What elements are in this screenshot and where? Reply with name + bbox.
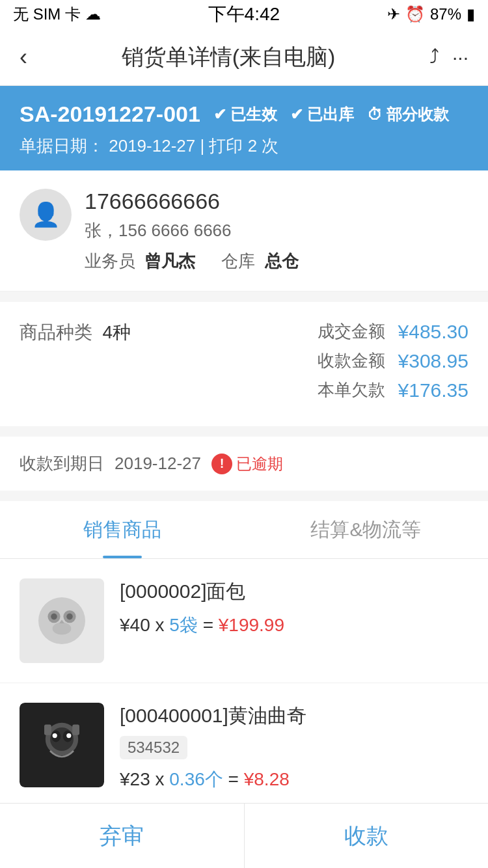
table-row: [0000002]面包 ¥40 x 5袋 = ¥199.99 <box>0 559 488 683</box>
product-name-2: [000400001]黄油曲奇 <box>120 703 468 729</box>
due-label: 收款到期日 <box>20 452 104 475</box>
status-time: 下午4:42 <box>208 2 280 27</box>
product-name-1: [0000002]面包 <box>120 578 468 605</box>
warehouse-label: 仓库 总仓 <box>221 250 298 273</box>
table-row: [000400001]黄油曲奇 534532 ¥23 x 0.36个 = ¥8.… <box>0 683 488 812</box>
received-row: 收款金额 ¥308.95 <box>318 349 468 372</box>
customer-phone: 17666666666 <box>85 189 468 214</box>
status-partial: ⏱ 部分收款 <box>367 104 449 125</box>
product-image-2 <box>20 703 104 787</box>
nav-bar: ‹ 销货单详情(来自电脑) ⤴ ··· <box>0 29 488 86</box>
svg-rect-13 <box>44 725 51 735</box>
customer-info: 17666666666 张，156 6666 6666 业务员 曾凡杰 仓库 总… <box>85 189 468 273</box>
product-info-1: [0000002]面包 ¥40 x 5袋 = ¥199.99 <box>120 578 468 638</box>
svg-point-12 <box>66 733 71 738</box>
product-thumbnail-1 <box>20 578 104 663</box>
location-icon: ✈ <box>387 5 400 23</box>
tab-sales-products[interactable]: 销售商品 <box>0 501 244 558</box>
customer-section: 👤 17666666666 张，156 6666 6666 业务员 曾凡杰 仓库… <box>0 170 488 292</box>
price-unit-1: ¥40 <box>120 615 150 635</box>
check-icon-1: ✔ <box>213 105 226 124</box>
customer-name: 张，156 6666 6666 <box>85 219 468 242</box>
product-thumbnail-2 <box>20 703 104 787</box>
product-sku-2: 534532 <box>120 736 187 759</box>
total-2: ¥8.28 <box>244 769 290 789</box>
alarm-icon: ⏰ <box>405 5 425 23</box>
owl-icon <box>36 595 88 647</box>
owed-row: 本单欠款 ¥176.35 <box>318 379 468 401</box>
multiply-icon-1: x <box>156 615 170 635</box>
status-right: ✈ ⏰ 87% ▮ <box>387 5 475 23</box>
nav-actions: ⤴ ··· <box>429 46 468 68</box>
avatar-icon: 👤 <box>31 201 61 228</box>
customer-meta: 业务员 曾凡杰 仓库 总仓 <box>85 250 468 273</box>
bottom-bar: 弃审 收款 <box>0 803 488 868</box>
order-id: SA-20191227-001 <box>20 102 200 127</box>
amount-row: 成交金额 ¥485.30 <box>318 320 468 343</box>
qty-1: 5袋 <box>169 615 198 635</box>
header-date: 单据日期： 2019-12-27 | 打印 2 次 <box>20 135 468 157</box>
multiply-icon-2: x <box>156 769 170 789</box>
equals-2: = <box>228 769 244 789</box>
clock-icon: ⏱ <box>367 105 383 124</box>
svg-point-4 <box>66 614 73 620</box>
svg-point-11 <box>53 733 57 738</box>
status-left: 无 SIM 卡 ☁ <box>13 4 101 25</box>
received-value: ¥308.95 <box>398 350 468 372</box>
warehouse-name: 总仓 <box>265 251 299 271</box>
product-list: [0000002]面包 ¥40 x 5袋 = ¥199.99 <box>0 559 488 812</box>
equals-1: = <box>203 615 219 635</box>
overdue-badge: ! 已逾期 <box>211 454 283 474</box>
overdue-icon: ! <box>211 454 232 474</box>
product-info-2: [000400001]黄油曲奇 534532 ¥23 x 0.36个 = ¥8.… <box>120 703 468 792</box>
svg-point-3 <box>51 614 57 620</box>
summary-right: 成交金额 ¥485.30 收款金额 ¥308.95 本单欠款 ¥176.35 <box>318 320 468 408</box>
sales-label: 业务员 曾凡杰 <box>85 250 195 273</box>
due-date: 2019-12-27 <box>115 454 201 474</box>
status-effected: ✔ 已生效 <box>213 104 277 125</box>
collect-payment-button[interactable]: 收款 <box>245 804 489 868</box>
more-icon[interactable]: ··· <box>452 46 468 68</box>
check-icon-2: ✔ <box>290 105 303 124</box>
cancel-audit-button[interactable]: 弃审 <box>0 804 245 868</box>
battery-icon: ▮ <box>467 5 475 23</box>
sales-name: 曾凡杰 <box>144 251 195 271</box>
header-banner: SA-20191227-001 ✔ 已生效 ✔ 已出库 ⏱ 部分收款 单据日期：… <box>0 86 488 170</box>
share-icon[interactable]: ⤴ <box>429 46 439 68</box>
tab-settlement[interactable]: 结算&物流等 <box>244 501 488 558</box>
product2-icon <box>33 716 91 774</box>
page-title: 销货单详情(来自电脑) <box>122 42 336 72</box>
summary-left: 商品种类 4种 <box>20 320 131 345</box>
summary-section: 商品种类 4种 成交金额 ¥485.30 收款金额 ¥308.95 本单欠款 ¥… <box>0 302 488 426</box>
owed-value: ¥176.35 <box>398 379 468 401</box>
product-price-1: ¥40 x 5袋 = ¥199.99 <box>120 613 468 638</box>
overdue-label: 已逾期 <box>236 454 283 474</box>
qty-2: 0.36个 <box>169 769 223 789</box>
amount-value: ¥485.30 <box>398 321 468 343</box>
svg-point-5 <box>53 622 72 634</box>
product-price-2: ¥23 x 0.36个 = ¥8.28 <box>120 767 468 792</box>
battery-level: 87% <box>430 5 461 23</box>
avatar: 👤 <box>20 189 72 241</box>
svg-rect-14 <box>72 725 79 735</box>
type-count: 4种 <box>103 322 131 342</box>
tab-bar: 销售商品 结算&物流等 <box>0 501 488 559</box>
product-image-owl <box>20 578 104 663</box>
total-1: ¥199.99 <box>219 615 284 635</box>
price-unit-2: ¥23 <box>120 769 150 789</box>
due-section: 收款到期日 2019-12-27 ! 已逾期 <box>0 437 488 491</box>
status-shipped: ✔ 已出库 <box>290 104 354 125</box>
back-button[interactable]: ‹ <box>20 44 27 71</box>
status-bar: 无 SIM 卡 ☁ 下午4:42 ✈ ⏰ 87% ▮ <box>0 0 488 29</box>
order-id-row: SA-20191227-001 ✔ 已生效 ✔ 已出库 ⏱ 部分收款 <box>20 102 468 127</box>
sim-status: 无 SIM 卡 ☁ <box>13 4 101 25</box>
